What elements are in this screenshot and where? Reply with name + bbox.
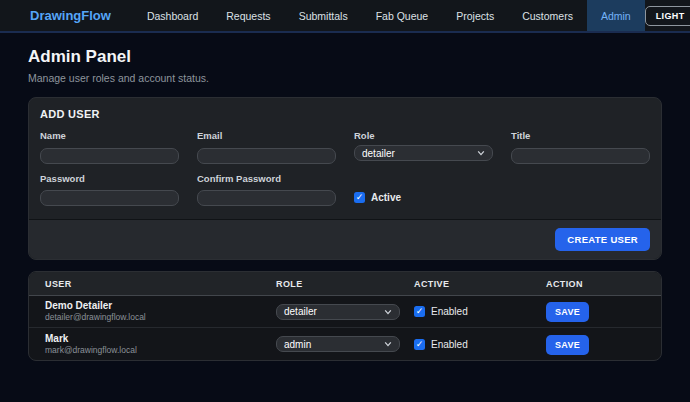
name-label: Name <box>40 130 179 141</box>
active-cell: Enabled <box>414 306 546 317</box>
active-checkbox-group[interactable]: Active <box>354 192 401 203</box>
active-checkbox-label: Active <box>371 192 401 203</box>
role-select-value: admin <box>284 339 311 350</box>
nav-item-fab-queue[interactable]: Fab Queue <box>362 0 443 31</box>
add-user-card: ADD USER Name Email Role detailer <box>28 97 662 260</box>
name-field-group: Name <box>40 130 179 164</box>
navbar-right: LIGHT Mark Logout <box>645 0 690 31</box>
column-header-user: USER <box>45 279 276 289</box>
column-header-action: ACTION <box>546 279 645 289</box>
name-field[interactable] <box>40 148 179 164</box>
title-label: Title <box>511 130 650 141</box>
enabled-label: Enabled <box>431 339 468 350</box>
enabled-label: Enabled <box>431 306 468 317</box>
password-label: Password <box>40 173 179 184</box>
table-row: Demo Detailer detailer@drawingflow.local… <box>29 296 661 328</box>
main-content: Admin Panel Manage user roles and accoun… <box>0 33 690 361</box>
role-cell: admin <box>276 336 414 352</box>
users-table: USER ROLE ACTIVE ACTION Demo Detailer de… <box>28 271 662 361</box>
role-select[interactable]: detailer <box>276 304 400 320</box>
enabled-checkbox[interactable] <box>414 339 425 350</box>
column-header-active: ACTIVE <box>414 279 546 289</box>
nav-item-admin[interactable]: Admin <box>587 0 645 31</box>
add-user-card-footer: CREATE USER <box>29 219 661 259</box>
email-field[interactable] <box>197 148 336 164</box>
confirm-password-field-group: Confirm Password <box>197 173 336 207</box>
users-table-header: USER ROLE ACTIVE ACTION <box>29 272 661 296</box>
add-user-form: Name Email Role detailer Title <box>29 122 661 219</box>
role-cell: detailer <box>276 304 414 320</box>
confirm-password-label: Confirm Password <box>197 173 336 184</box>
enabled-checkbox-group[interactable]: Enabled <box>414 339 546 350</box>
theme-toggle-button[interactable]: LIGHT <box>645 6 690 26</box>
enabled-checkbox[interactable] <box>414 306 425 317</box>
chevron-down-icon <box>384 340 392 348</box>
role-select[interactable]: detailer <box>354 145 493 161</box>
role-select-value: detailer <box>284 306 317 317</box>
form-grid-spacer <box>511 173 650 207</box>
nav-links: Dashboard Requests Submittals Fab Queue … <box>133 0 645 31</box>
save-button[interactable]: SAVE <box>546 302 589 322</box>
user-name-text: Mark <box>45 332 276 345</box>
create-user-button[interactable]: CREATE USER <box>555 228 650 251</box>
column-header-role: ROLE <box>276 279 414 289</box>
email-label: Email <box>197 130 336 141</box>
active-cell: Enabled <box>414 339 546 350</box>
nav-item-customers[interactable]: Customers <box>508 0 587 31</box>
nav-item-projects[interactable]: Projects <box>442 0 508 31</box>
add-user-card-header: ADD USER <box>29 98 661 122</box>
active-field-group: Active <box>354 173 493 207</box>
user-email-text: mark@drawingflow.local <box>45 345 276 356</box>
active-checkbox[interactable] <box>354 192 365 203</box>
chevron-down-icon <box>477 149 485 157</box>
nav-item-dashboard[interactable]: Dashboard <box>133 0 212 31</box>
action-cell: SAVE <box>546 301 645 322</box>
nav-item-requests[interactable]: Requests <box>212 0 284 31</box>
user-email-text: detailer@drawingflow.local <box>45 312 276 323</box>
title-field-group: Title <box>511 130 650 164</box>
role-select[interactable]: admin <box>276 336 400 352</box>
user-name-text: Demo Detailer <box>45 299 276 312</box>
save-button[interactable]: SAVE <box>546 335 589 355</box>
confirm-password-field[interactable] <box>197 190 336 206</box>
table-row: Mark mark@drawingflow.local admin Enable… <box>29 328 661 360</box>
page-subtitle: Manage user roles and account status. <box>28 72 662 84</box>
password-field-group: Password <box>40 173 179 207</box>
user-cell: Demo Detailer detailer@drawingflow.local <box>45 299 276 323</box>
email-field-group: Email <box>197 130 336 164</box>
password-field[interactable] <box>40 190 179 206</box>
top-navbar: DrawingFlow Dashboard Requests Submittal… <box>0 0 690 33</box>
page-title: Admin Panel <box>28 47 662 67</box>
role-select-value: detailer <box>362 148 395 159</box>
enabled-checkbox-group[interactable]: Enabled <box>414 306 546 317</box>
role-field-group: Role detailer <box>354 130 493 164</box>
action-cell: SAVE <box>546 334 645 355</box>
role-label: Role <box>354 130 493 141</box>
title-field[interactable] <box>511 148 650 164</box>
user-cell: Mark mark@drawingflow.local <box>45 332 276 356</box>
brand-logo[interactable]: DrawingFlow <box>30 8 111 23</box>
nav-item-submittals[interactable]: Submittals <box>285 0 362 31</box>
chevron-down-icon <box>384 308 392 316</box>
